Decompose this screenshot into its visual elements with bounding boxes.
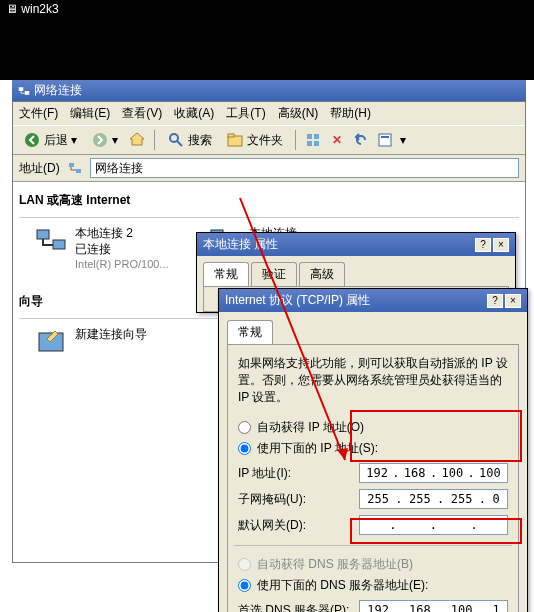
gateway-input[interactable]: ... (359, 515, 508, 535)
radio-manual-ip-input[interactable] (238, 442, 251, 455)
radio-manual-dns[interactable]: 使用下面的 DNS 服务器地址(E): (238, 577, 508, 594)
ip-label: IP 地址(I): (238, 465, 359, 482)
svg-rect-0 (19, 87, 24, 91)
wizard-icon (35, 327, 67, 359)
separator (295, 130, 296, 150)
svg-rect-9 (307, 141, 312, 146)
dialog-titlebar: Internet 协议 (TCP/IP) 属性 ? × (219, 289, 527, 312)
svg-point-4 (170, 134, 178, 142)
radio-auto-dns: 自动获得 DNS 服务器地址(B) (238, 556, 508, 573)
tab-advanced[interactable]: 高级 (299, 262, 345, 286)
vm-desktop-bg (0, 18, 534, 80)
svg-rect-7 (307, 134, 312, 139)
tcpip-properties-dialog: Internet 协议 (TCP/IP) 属性 ? × 常规 如果网络支持此功能… (218, 288, 528, 612)
tab-general[interactable]: 常规 (227, 320, 273, 344)
chevron-down-icon: ▾ (400, 133, 406, 147)
menu-view[interactable]: 查看(V) (122, 105, 162, 122)
forward-icon (91, 131, 109, 149)
connection-item[interactable]: 本地连接 2 已连接 Intel(R) PRO/100... (35, 226, 169, 271)
up-icon[interactable] (128, 131, 146, 149)
svg-rect-10 (314, 141, 319, 146)
help-button[interactable]: ? (487, 294, 503, 308)
forward-button[interactable]: ▾ (87, 129, 122, 151)
dialog-titlebar: 本地连接 属性 ? × (197, 233, 515, 256)
address-input[interactable] (90, 158, 519, 178)
svg-rect-6 (228, 134, 234, 137)
radio-manual-ip[interactable]: 使用下面的 IP 地址(S): (238, 440, 508, 457)
folders-button[interactable]: 文件夹 (222, 129, 287, 151)
svg-rect-1 (25, 91, 30, 95)
mask-input[interactable]: 255.255.255.0 (359, 489, 508, 509)
section-lan: LAN 或高速 Internet (19, 188, 519, 218)
svg-rect-11 (379, 134, 391, 146)
dns1-label: 首选 DNS 服务器(P): (238, 602, 359, 612)
undo-icon[interactable] (352, 131, 370, 149)
search-button[interactable]: 搜索 (163, 129, 216, 151)
connection-name: 本地连接 2 (75, 226, 169, 242)
tcpip-panel: 如果网络支持此功能，则可以获取自动指派的 IP 设置。否则，您需要从网络系统管理… (227, 344, 519, 612)
svg-rect-8 (314, 134, 319, 139)
help-button[interactable]: ? (475, 238, 491, 252)
search-label: 搜索 (188, 132, 212, 149)
address-label: 地址(D) (19, 160, 60, 177)
dialog-tabs: 常规 验证 高级 (197, 256, 515, 286)
close-button[interactable]: × (493, 238, 509, 252)
svg-rect-14 (76, 169, 81, 173)
connection-icon (35, 226, 67, 258)
folders-icon (226, 131, 244, 149)
svg-point-3 (93, 133, 107, 147)
search-icon (167, 131, 185, 149)
menu-help[interactable]: 帮助(H) (330, 105, 371, 122)
svg-rect-16 (53, 240, 65, 249)
chevron-down-icon: ▾ (71, 133, 77, 147)
back-label: 后退 (44, 132, 68, 149)
radio-auto-ip-input[interactable] (238, 421, 251, 434)
radio-manual-dns-input[interactable] (238, 579, 251, 592)
chevron-down-icon: ▾ (112, 133, 118, 147)
radio-auto-ip[interactable]: 自动获得 IP 地址(O) (238, 419, 508, 436)
network-icon (66, 159, 84, 177)
window-title-text: 网络连接 (34, 82, 82, 99)
svg-rect-15 (37, 230, 49, 239)
menu-advanced[interactable]: 高级(N) (278, 105, 319, 122)
close-button[interactable]: × (505, 294, 521, 308)
svg-rect-13 (69, 163, 74, 167)
address-bar: 地址(D) (13, 155, 525, 182)
views-icon[interactable] (304, 131, 322, 149)
menu-edit[interactable]: 编辑(E) (70, 105, 110, 122)
vm-titlebar: 🖥 win2k3 (0, 0, 534, 18)
tab-general[interactable]: 常规 (203, 262, 249, 286)
menu-fav[interactable]: 收藏(A) (174, 105, 214, 122)
connection-status: 已连接 (75, 242, 169, 258)
connection-device: Intel(R) PRO/100... (75, 257, 169, 271)
radio-auto-dns-label: 自动获得 DNS 服务器地址(B) (257, 556, 413, 573)
vm-title-text: win2k3 (21, 2, 58, 16)
separator (154, 130, 155, 150)
dialog-title-text: Internet 协议 (TCP/IP) 属性 (225, 292, 370, 309)
radio-auto-ip-label: 自动获得 IP 地址(O) (257, 419, 364, 436)
description-text: 如果网络支持此功能，则可以获取自动指派的 IP 设置。否则，您需要从网络系统管理… (238, 355, 508, 405)
back-button[interactable]: 后退 ▾ (19, 129, 81, 151)
window-titlebar: 网络连接 (12, 80, 526, 101)
wizard-name: 新建连接向导 (75, 327, 147, 343)
ip-input[interactable]: 192.168.100.100 (359, 463, 508, 483)
props-icon[interactable] (376, 131, 394, 149)
dialog-title-text: 本地连接 属性 (203, 236, 278, 253)
radio-auto-dns-input (238, 558, 251, 571)
radio-manual-dns-label: 使用下面的 DNS 服务器地址(E): (257, 577, 428, 594)
radio-manual-ip-label: 使用下面的 IP 地址(S): (257, 440, 378, 457)
delete-icon[interactable]: ✕ (328, 131, 346, 149)
back-icon (23, 131, 41, 149)
wizard-item[interactable]: 新建连接向导 (35, 327, 147, 359)
svg-rect-12 (381, 136, 389, 138)
menubar: 文件(F) 编辑(E) 查看(V) 收藏(A) 工具(T) 高级(N) 帮助(H… (13, 102, 525, 125)
tab-auth[interactable]: 验证 (251, 262, 297, 286)
dns1-input[interactable]: 192.168.100.1 (359, 600, 508, 612)
gateway-label: 默认网关(D): (238, 517, 359, 534)
network-icon (18, 85, 30, 97)
svg-point-2 (25, 133, 39, 147)
folders-label: 文件夹 (247, 132, 283, 149)
menu-tools[interactable]: 工具(T) (226, 105, 265, 122)
toolbar: 后退 ▾ ▾ 搜索 文件夹 ✕ ▾ (13, 125, 525, 155)
menu-file[interactable]: 文件(F) (19, 105, 58, 122)
